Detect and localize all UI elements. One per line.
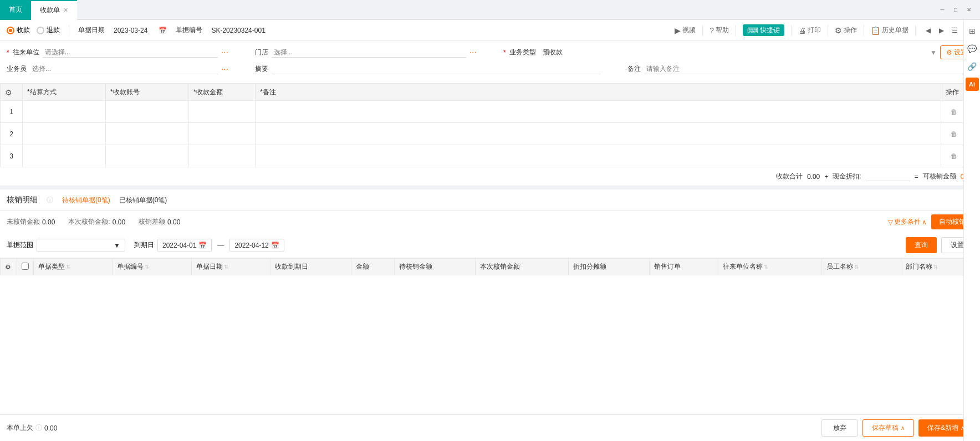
discount-input[interactable] [866,172,910,181]
note-input[interactable] [644,64,973,74]
row-2-pay[interactable] [23,123,106,145]
sidebar-link-btn[interactable]: 🔗 [966,60,979,73]
summary-row: 收款合计 0.00 + 现金折扣: = 可核销金额 0.00 [0,167,980,186]
action-history[interactable]: 📋 历史单据 [871,25,908,35]
more-conditions-btn[interactable]: ▽ 更多条件 ∧ [888,217,927,227]
sidebar-ai-btn[interactable]: Ai [966,78,979,91]
action-video[interactable]: ▶ 视频 [675,25,696,35]
store-more-btn[interactable]: ··· [469,48,477,58]
row-3-account[interactable] [106,145,189,167]
win-maximize[interactable]: □ [951,6,960,14]
row-1-pay[interactable] [23,101,106,123]
toolbar-right: ▶ 视频 ? 帮助 ⌨ 快捷键 🖨 打印 ⚙ 操作 [675,24,973,36]
bottom-actions: 放弃 保存草稿 ∧ 保存&新增 ∧ [821,419,973,437]
action-video-label: 视频 [682,25,696,35]
counterpart-required: * [7,49,9,57]
abstract-input[interactable] [272,64,601,74]
date-from-value: 2022-04-01 [162,242,196,249]
nav-next-btn[interactable]: ▶ [936,25,947,36]
note-field: 备注 [627,64,973,74]
row-3-pay[interactable] [23,145,106,167]
sort-doc-no-icon: ⇅ [145,264,149,270]
carry-over-info-icon[interactable]: ⓘ [35,423,42,433]
salesperson-more-btn[interactable]: ··· [221,64,228,74]
calendar-icon[interactable]: 📅 [159,27,167,34]
help-icon: ? [710,26,714,35]
current-value: 0.00 [113,218,125,226]
salesperson-input[interactable] [30,64,218,74]
more-conditions-label: 更多条件 [894,217,921,227]
counterpart-more-btn[interactable]: ··· [221,48,228,58]
radio-receipt[interactable]: 收款 [7,25,30,35]
business-type-dropdown[interactable]: ▼ [930,49,937,57]
action-operation[interactable]: ⚙ 操作 [835,25,857,35]
tab-home[interactable]: 首页 [0,0,31,20]
done-tab[interactable]: 已核销单据(0笔) [119,196,167,205]
table-row: 1 🗑 ⊕ [1,101,980,123]
row-1-note[interactable] [256,101,941,123]
th-amount: 金额 [351,259,394,275]
diff-label: 核销差额 [139,217,165,227]
row-3-delete-btn[interactable]: 🗑 [948,151,959,162]
row-2-note[interactable] [256,123,941,145]
business-type-label: 业务类型 [509,48,536,57]
row-3-num: 3 [1,145,23,167]
settings-icon: ⚙ [946,49,952,57]
store-input[interactable] [272,47,466,58]
th-settings: ⚙ [1,84,23,101]
query-btn[interactable]: 查询 [906,237,937,253]
unchecked-value: 0.00 [42,218,55,226]
nav-prev-btn[interactable]: ◀ [922,25,933,36]
win-close[interactable]: ✕ [964,6,973,14]
table-settings-icon[interactable]: ⚙ [5,88,12,97]
list-view-btn[interactable]: ☰ [949,25,960,36]
date-from-input[interactable]: 2022-04-01 📅 [157,239,212,252]
action-shortcut[interactable]: ⌨ 快捷键 [743,24,784,36]
range-select[interactable]: ▼ [37,239,125,252]
tab-receipt[interactable]: 收款单 ✕ [31,0,77,20]
date-range-sep: — [217,242,224,249]
pending-tab[interactable]: 待核销单据(0笔) [62,196,110,205]
current-stat: 本次核销金额: 0.00 [68,217,125,227]
row-1-account[interactable] [106,101,189,123]
sidebar-table-btn[interactable]: ⊞ [966,24,979,38]
table-settings-icon-2[interactable]: ⚙ [5,263,11,271]
carry-over-info: 本单上欠 ⓘ 0.00 [7,423,57,433]
action-help[interactable]: ? 帮助 [710,25,729,35]
row-2-amount[interactable] [189,123,256,145]
row-1-delete-btn[interactable]: 🗑 [948,106,959,117]
date-to-input[interactable]: 2022-04-12 📅 [229,239,284,252]
sidebar-chat-btn[interactable]: 💬 [966,42,979,55]
save-draft-btn[interactable]: 保存草稿 ∧ [862,419,914,437]
sort-counterpart-icon: ⇅ [764,264,768,270]
date-value: 2023-03-24 [114,27,147,34]
row-3-amount[interactable] [189,145,256,167]
tab-close-icon[interactable]: ✕ [63,7,68,14]
th-discount-label: 折扣分摊额 [573,263,606,270]
writeoff-info-icon[interactable]: ⓘ [47,196,53,205]
order-no-label: 单据编号 [176,25,202,35]
th-note: *备注 [256,84,941,101]
row-2-delete-btn[interactable]: 🗑 [948,129,959,140]
carry-over-label: 本单上欠 [7,423,33,433]
abandon-btn[interactable]: 放弃 [821,419,858,437]
date-filter: 到期日 2022-04-01 📅 — 2022-04-12 📅 [134,239,284,252]
radio-refund[interactable]: 退款 [37,25,60,35]
row-2-account[interactable] [106,123,189,145]
action-print[interactable]: 🖨 打印 [798,25,821,35]
counterpart-field: * 往来单位 ··· [7,47,228,58]
counterpart-input[interactable] [43,47,218,58]
row-3-note[interactable] [256,145,941,167]
action-operation-label: 操作 [844,25,857,35]
select-all-checkbox[interactable] [22,263,29,270]
th-doc-type-label: 单据类型 [38,262,65,271]
form-row-2: 业务员 ··· 摘要 备注 [7,64,973,74]
row-1-amount[interactable] [189,101,256,123]
main-container: 收款 退款 单据日期 2023-03-24 📅 单据编号 SK-20230324… [0,20,980,441]
radio-refund-circle [37,27,44,34]
radio-refund-label: 退款 [47,25,60,35]
win-minimize[interactable]: ─ [938,6,947,14]
th-employee-label: 员工名称 [826,262,853,271]
counterpart-label: 往来单位 [13,48,39,57]
sort-employee-icon: ⇅ [854,264,859,270]
